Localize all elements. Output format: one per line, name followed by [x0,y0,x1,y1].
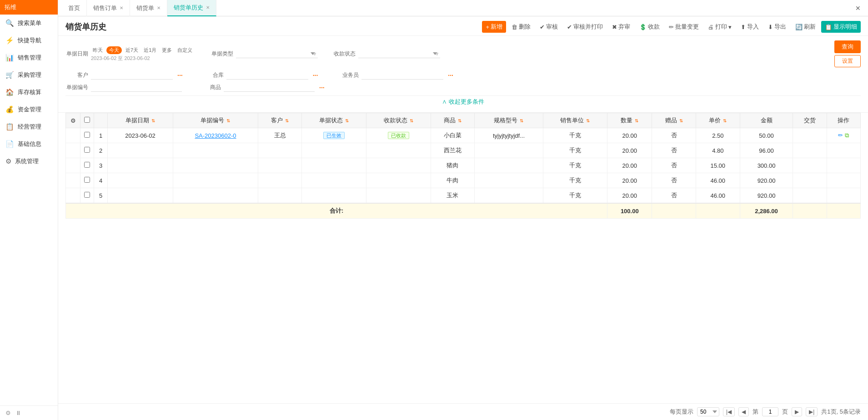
th-gift[interactable]: 赠品 ⇅ [652,113,696,128]
date-btn-7days[interactable]: 近7天 [124,46,140,54]
salesperson-ellipsis-btn[interactable]: ··· [446,72,455,79]
doc-no-input[interactable] [91,83,182,92]
print-button[interactable]: 🖨 打印 ▾ [704,21,735,33]
td-doc-no[interactable] [173,158,258,173]
td-doc-no[interactable] [173,173,258,188]
tab-close-sales-history[interactable]: ✕ [206,5,210,10]
basic-info-icon: 📄 [5,140,14,148]
th-customer[interactable]: 客户 ⇅ [258,113,302,128]
collect-button[interactable]: 💲 收款 [636,21,663,33]
td-checkbox[interactable] [80,188,94,204]
sidebar-item-ops[interactable]: 📋 经营管理 [0,118,58,135]
batch-change-button[interactable]: ✏ 批量变更 [665,21,702,33]
row-checkbox[interactable] [84,132,90,138]
warehouse-ellipsis-btn[interactable]: ··· [311,72,320,79]
customer-filter-group: 客户 ··· [65,71,185,80]
audit-print-button[interactable]: ✔ 审核并打印 [563,21,607,33]
current-page-input[interactable] [762,407,778,416]
print-icon: 🖨 [708,24,714,30]
sidebar-settings-icon[interactable]: ⚙ [5,410,11,416]
sidebar-item-inventory[interactable]: 🏠 库存核算 [0,84,58,101]
customer-ellipsis-btn[interactable]: ··· [176,72,185,79]
set-button[interactable]: 设置 [834,55,861,67]
tab-sales-goods[interactable]: 销货单 ✕ [130,0,167,16]
sidebar-item-search-menu[interactable]: 🔍 搜索菜单 [0,15,58,32]
sidebar-item-finance[interactable]: 💰 资金管理 [0,101,58,118]
date-btn-1month[interactable]: 近1月 [142,46,158,54]
date-btn-custom[interactable]: 自定义 [176,46,194,54]
date-btn-more[interactable]: 更多 [160,46,174,54]
row-checkbox[interactable] [84,162,90,168]
copy-row-btn[interactable]: ⧉ [845,132,849,139]
sidebar-item-basic-info[interactable]: 📄 基础信息 [0,135,58,153]
goods-ellipsis-btn[interactable]: ··· [317,84,326,91]
th-doc-date[interactable]: 单据日期 ⇅ [108,113,173,128]
prev-page-btn[interactable]: ◀ [738,407,749,416]
first-page-btn[interactable]: |◀ [723,407,735,416]
query-button[interactable]: 查询 [834,40,861,53]
td-doc-date [108,158,173,173]
warehouse-input[interactable] [226,71,308,80]
sidebar-item-label: 资金管理 [18,105,41,114]
doc-type-input[interactable] [236,50,318,58]
th-unit[interactable]: 销售单位 ⇅ [543,113,607,128]
td-checkbox[interactable] [80,158,94,173]
search-icon: 🔍 [5,19,14,27]
row-checkbox[interactable] [84,147,90,153]
th-spec[interactable]: 规格型号 ⇅ [475,113,543,128]
td-checkbox[interactable] [80,143,94,158]
sidebar-collapse-icon[interactable]: ⏸ [15,410,21,416]
row-checkbox[interactable] [84,177,90,183]
goods-input[interactable] [224,83,315,92]
last-page-btn[interactable]: ▶| [806,407,818,416]
td-doc-no[interactable] [173,143,258,158]
th-quantity[interactable]: 数量 ⇅ [607,113,652,128]
sidebar-item-sales-mgmt[interactable]: 📊 销售管理 [0,49,58,66]
row-checkbox[interactable] [84,192,90,198]
sidebar-item-quick-nav[interactable]: ⚡ 快捷导航 [0,32,58,49]
select-all-checkbox[interactable] [84,117,90,123]
customer-input[interactable] [91,71,173,80]
import-button[interactable]: ⬆ 导入 [737,21,763,33]
td-checkbox[interactable] [80,173,94,188]
sidebar-item-purchase-mgmt[interactable]: 🛒 采购管理 [0,66,58,84]
collapse-filter-btn[interactable]: ∧ 收起更多条件 [65,95,861,108]
tab-sales-history[interactable]: 销货单历史 ✕ [167,0,216,16]
td-doc-no[interactable] [173,188,258,204]
th-actions: 操作 [827,113,860,128]
th-goods[interactable]: 商品 ⇅ [431,113,475,128]
next-page-btn[interactable]: ▶ [792,407,802,416]
th-doc-status[interactable]: 单据状态 ⇅ [302,113,366,128]
td-doc-no[interactable]: SA-20230602-0 [173,128,258,143]
page-size-select[interactable]: 50 10 20 100 [697,407,719,416]
audit-button[interactable]: ✔ 审核 [536,21,562,33]
payment-status-input[interactable] [358,50,440,58]
th-payment-status[interactable]: 收款状态 ⇅ [366,113,431,128]
detail-icon: 📋 [825,24,832,30]
th-settings[interactable]: ⚙ [66,113,80,128]
toolbar: + 新增 🗑 删除 ✔ 审核 ✔ 审核并打印 ✖ 弃审 [482,21,861,33]
sidebar-item-sys-mgmt[interactable]: ⚙ 系统管理 [0,153,58,170]
show-detail-button[interactable]: 📋 显示明细 [821,21,861,33]
th-doc-no[interactable]: 单据编号 ⇅ [173,113,258,128]
th-checkbox[interactable] [80,113,94,128]
doc-no-link[interactable]: SA-20230602-0 [195,132,236,139]
date-btn-yesterday[interactable]: 昨天 [91,46,105,54]
tab-sales-order[interactable]: 销售订单 ✕ [87,0,130,16]
date-btn-today[interactable]: 今天 [106,46,122,54]
edit-row-btn[interactable]: ✏ [838,132,843,139]
abandon-button[interactable]: ✖ 弃审 [608,21,634,33]
export-button[interactable]: ⬇ 导出 [764,21,790,33]
tab-home[interactable]: 首页 [62,0,87,16]
td-goods: 猪肉 [431,158,475,173]
ops-icon: 📋 [5,123,14,131]
th-unit-price[interactable]: 单价 ⇅ [696,113,740,128]
refresh-button[interactable]: 🔄 刷新 [792,21,819,33]
tab-close-sales-goods[interactable]: ✕ [157,5,161,10]
tab-bar-close-btn[interactable]: ✕ [852,5,864,12]
tab-close-sales-order[interactable]: ✕ [120,5,123,10]
delete-button[interactable]: 🗑 删除 [508,21,534,33]
salesperson-input[interactable] [361,71,443,80]
new-button[interactable]: + 新增 [482,21,506,33]
td-checkbox[interactable] [80,128,94,143]
